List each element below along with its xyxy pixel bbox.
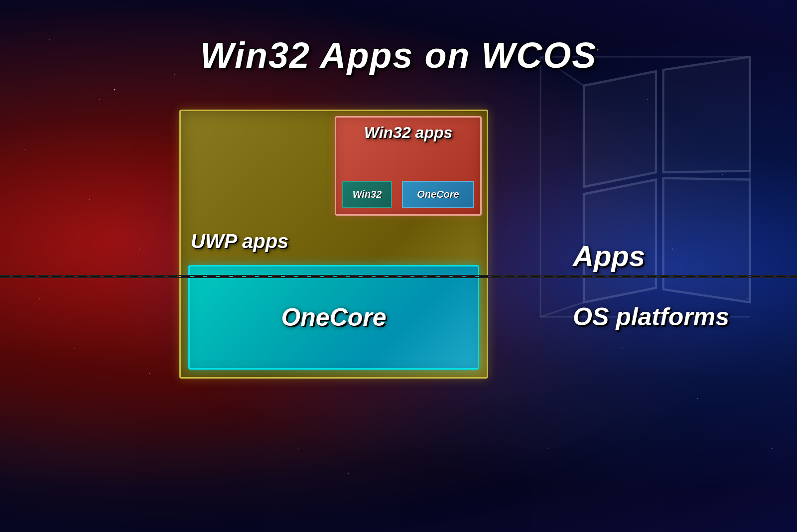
page-title: Win32 Apps on WCOS <box>0 35 797 76</box>
right-labels: Apps OS platforms <box>573 239 792 331</box>
win32-sub-label: Win32 <box>353 189 382 200</box>
architecture-diagram: UWP apps Win32 apps Win32 OneCore OneCor… <box>179 110 488 379</box>
uwp-apps-label: UWP apps <box>191 230 487 253</box>
apps-label: Apps <box>573 239 792 272</box>
onecore-label: OneCore <box>281 303 386 332</box>
win32-apps-label: Win32 apps <box>336 124 480 142</box>
os-platforms-label: OS platforms <box>573 302 792 331</box>
onecore-sub-box: OneCore <box>402 181 474 208</box>
outer-box: UWP apps Win32 apps Win32 OneCore OneCor… <box>179 110 488 379</box>
win32-sub-box: Win32 <box>342 181 392 208</box>
onecore-sub-label: OneCore <box>417 189 459 200</box>
onecore-box: OneCore <box>188 265 479 370</box>
win32-container: Win32 apps Win32 OneCore <box>335 116 482 216</box>
svg-marker-0 <box>584 71 656 187</box>
